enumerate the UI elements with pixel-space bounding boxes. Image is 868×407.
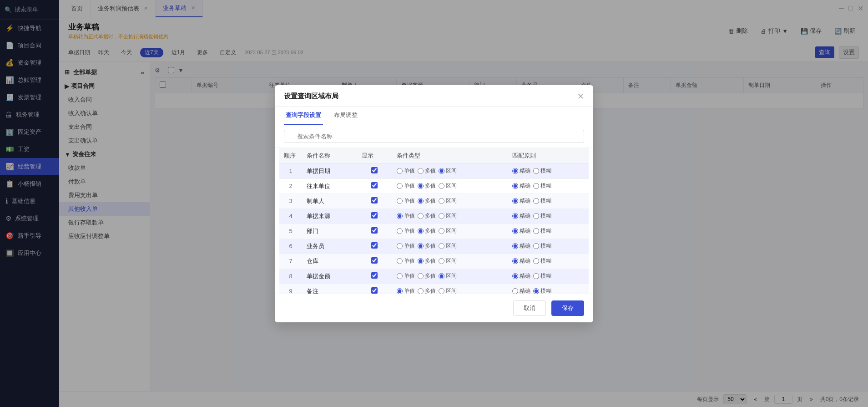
cfg-row-name: 部门: [302, 224, 357, 239]
cancel-btn[interactable]: 取消: [513, 300, 546, 316]
cond-radio-多值[interactable]: [418, 243, 424, 249]
cfg-row-show[interactable]: [357, 224, 392, 239]
cfg-row-match[interactable]: 精确模糊: [508, 209, 589, 224]
cond-radio-区间[interactable]: [439, 168, 444, 174]
cond-radio-区间[interactable]: [439, 273, 444, 279]
cond-radio-单值[interactable]: [397, 183, 403, 189]
cfg-row-order: 5: [279, 224, 302, 239]
match-radio-精确[interactable]: [512, 168, 518, 174]
cfg-row-match[interactable]: 精确模糊: [508, 224, 589, 239]
cond-radio-多值[interactable]: [418, 198, 424, 204]
cond-radio-多值[interactable]: [418, 168, 424, 174]
match-radio-精确[interactable]: [512, 213, 518, 219]
match-radio-精确[interactable]: [512, 198, 518, 204]
cfg-row-cond-type[interactable]: 单值多值区间: [392, 209, 508, 224]
cfg-row-match[interactable]: 精确模糊: [508, 178, 589, 193]
cfg-row-cond-type[interactable]: 单值多值区间: [392, 193, 508, 209]
cond-radio-单值[interactable]: [397, 168, 403, 174]
match-radio-模糊[interactable]: [533, 183, 539, 189]
cond-radio-多值[interactable]: [418, 288, 424, 294]
cond-radio-单值[interactable]: [397, 213, 403, 219]
match-radio-模糊[interactable]: [533, 213, 539, 219]
cfg-row-show[interactable]: [357, 254, 392, 269]
cfg-show-checkbox[interactable]: [371, 242, 378, 249]
cfg-show-checkbox[interactable]: [371, 287, 378, 294]
cond-radio-单值[interactable]: [397, 273, 403, 279]
cond-radio-单值[interactable]: [397, 243, 403, 249]
cfg-row-order: 9: [279, 284, 302, 294]
cond-radio-区间[interactable]: [439, 258, 444, 264]
cfg-row-order: 6: [279, 239, 302, 254]
match-radio-精确[interactable]: [512, 258, 518, 264]
cfg-row-show[interactable]: [357, 193, 392, 209]
cfg-row-match[interactable]: 精确模糊: [508, 163, 589, 178]
dialog-header: 设置查询区域布局 ✕: [275, 85, 593, 107]
cfg-table-row: 9备注单值多值区间精确模糊: [279, 284, 589, 294]
cfg-row-cond-type[interactable]: 单值多值区间: [392, 224, 508, 239]
match-radio-模糊[interactable]: [533, 198, 539, 204]
cond-radio-区间[interactable]: [439, 183, 444, 189]
match-radio-精确[interactable]: [512, 273, 518, 279]
match-radio-模糊[interactable]: [533, 258, 539, 264]
cfg-show-checkbox[interactable]: [371, 272, 378, 279]
cfg-row-match[interactable]: 精确模糊: [508, 239, 589, 254]
cfg-row-match[interactable]: 精确模糊: [508, 284, 589, 294]
cfg-row-match[interactable]: 精确模糊: [508, 254, 589, 269]
cfg-row-show[interactable]: [357, 284, 392, 294]
match-radio-模糊[interactable]: [533, 243, 539, 249]
dialog-save-btn[interactable]: 保存: [551, 300, 584, 316]
dialog-overlay[interactable]: 设置查询区域布局 ✕ 查询字段设置 布局调整 🔍: [0, 0, 868, 407]
cfg-row-cond-type[interactable]: 单值多值区间: [392, 178, 508, 193]
cfg-row-cond-type[interactable]: 单值多值区间: [392, 163, 508, 178]
cfg-show-checkbox[interactable]: [371, 167, 378, 173]
cfg-row-show[interactable]: [357, 269, 392, 284]
match-radio-模糊[interactable]: [533, 168, 539, 174]
cond-radio-多值[interactable]: [418, 228, 424, 234]
cfg-show-checkbox[interactable]: [371, 212, 378, 219]
dialog-search-input[interactable]: [284, 130, 584, 143]
cfg-row-show[interactable]: [357, 163, 392, 178]
cond-radio-单值[interactable]: [397, 228, 403, 234]
cfg-row-match[interactable]: 精确模糊: [508, 193, 589, 209]
cond-radio-区间[interactable]: [439, 198, 444, 204]
cond-radio-区间[interactable]: [439, 228, 444, 234]
cfg-row-cond-type[interactable]: 单值多值区间: [392, 284, 508, 294]
cond-radio-多值[interactable]: [418, 258, 424, 264]
cfg-row-show[interactable]: [357, 239, 392, 254]
cfg-row-cond-type[interactable]: 单值多值区间: [392, 254, 508, 269]
cond-radio-多值[interactable]: [418, 273, 424, 279]
cond-radio-单值[interactable]: [397, 198, 403, 204]
match-radio-精确[interactable]: [512, 243, 518, 249]
cfg-row-name: 单据金额: [302, 269, 357, 284]
cfg-row-show[interactable]: [357, 209, 392, 224]
cond-radio-区间[interactable]: [439, 288, 444, 294]
cfg-show-checkbox[interactable]: [371, 227, 378, 234]
cfg-show-checkbox[interactable]: [371, 257, 378, 264]
dialog-tab-layout-adjust[interactable]: 布局调整: [332, 107, 359, 125]
cfg-row-match[interactable]: 精确模糊: [508, 269, 589, 284]
match-radio-精确[interactable]: [512, 183, 518, 189]
dialog-footer: 取消 保存: [275, 294, 593, 322]
match-radio-精确[interactable]: [512, 228, 518, 234]
match-radio-模糊[interactable]: [533, 288, 539, 294]
cfg-row-name: 业务员: [302, 239, 357, 254]
cfg-row-cond-type[interactable]: 单值多值区间: [392, 239, 508, 254]
cfg-table-row: 4单据来源单值多值区间精确模糊: [279, 209, 589, 224]
match-radio-模糊[interactable]: [533, 273, 539, 279]
match-radio-精确[interactable]: [512, 288, 518, 294]
cfg-table-row: 6业务员单值多值区间精确模糊: [279, 239, 589, 254]
cfg-show-checkbox[interactable]: [371, 182, 378, 188]
dialog-tab-field-settings[interactable]: 查询字段设置: [284, 107, 323, 125]
cond-radio-单值[interactable]: [397, 288, 403, 294]
cfg-show-checkbox[interactable]: [371, 197, 378, 204]
cond-radio-区间[interactable]: [439, 213, 444, 219]
cond-radio-单值[interactable]: [397, 258, 403, 264]
dialog-body: 查询字段设置 布局调整 🔍 顺序 条: [275, 107, 593, 294]
cond-radio-区间[interactable]: [439, 243, 444, 249]
cond-radio-多值[interactable]: [418, 183, 424, 189]
cfg-row-cond-type[interactable]: 单值多值区间: [392, 269, 508, 284]
cfg-row-show[interactable]: [357, 178, 392, 193]
match-radio-模糊[interactable]: [533, 228, 539, 234]
dialog-close-btn[interactable]: ✕: [577, 92, 584, 102]
cond-radio-多值[interactable]: [418, 213, 424, 219]
